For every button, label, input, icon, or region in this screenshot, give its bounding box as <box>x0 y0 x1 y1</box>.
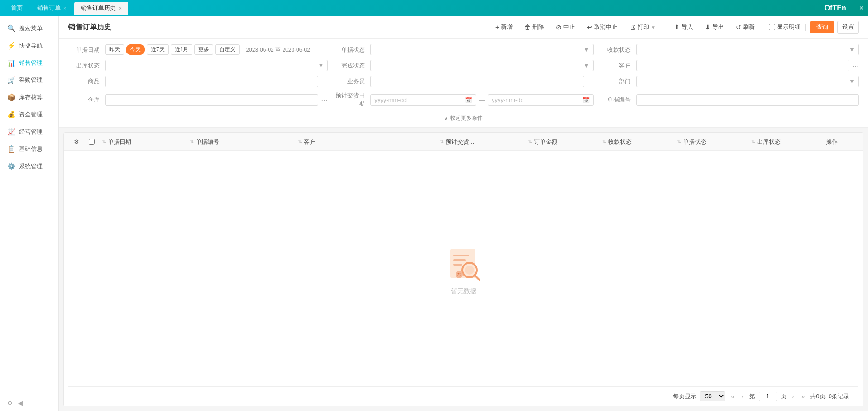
tab-home[interactable]: 首页 <box>5 2 29 15</box>
col-doc-status[interactable]: ⇅ 单据状态 <box>673 138 748 146</box>
complete-status-select[interactable]: ▼ <box>370 60 593 71</box>
refresh-button[interactable]: ↺ 刷新 <box>731 21 759 33</box>
col-receipt-status[interactable]: ⇅ 收款状态 <box>599 138 673 146</box>
col-check[interactable] <box>85 139 98 145</box>
col-outbound-status[interactable]: ⇅ 出库状态 <box>748 138 822 146</box>
export-button[interactable]: ⬇ 导出 <box>700 21 729 33</box>
sidebar-settings-icon[interactable]: ⚙ <box>7 400 13 406</box>
sidebar-item-search-menu[interactable]: 🔍 搜索菜单 <box>0 20 58 37</box>
doc-number-input[interactable] <box>636 94 859 106</box>
sidebar-item-base-info[interactable]: 📋 基础信息 <box>0 140 58 158</box>
tab-sales-order[interactable]: 销售订单 × <box>31 2 72 15</box>
settings-button[interactable]: 设置 <box>837 21 859 34</box>
outbound-status-chevron: ▼ <box>318 62 324 69</box>
outbound-status-select[interactable]: ▼ <box>105 60 328 71</box>
dept-label: 部门 <box>599 77 631 86</box>
sidebar-item-operations[interactable]: 📈 经营管理 <box>0 123 58 140</box>
page-title: 销售订单历史 <box>68 23 111 32</box>
product-input[interactable] <box>105 76 318 87</box>
next-page-button[interactable]: › <box>790 392 796 401</box>
cancel-stop-button[interactable]: ↩ 取消中止 <box>582 21 622 33</box>
date-btn-custom[interactable]: 自定义 <box>215 44 240 55</box>
quick-nav-icon: ⚡ <box>7 42 15 50</box>
col-settings[interactable]: ⚙ <box>68 138 85 145</box>
separator <box>665 24 665 31</box>
col-customer[interactable]: ⇅ 客户 <box>294 138 436 146</box>
last-page-button[interactable]: » <box>800 392 807 401</box>
finance-icon: 💰 <box>7 111 15 119</box>
display-col-checkbox[interactable] <box>769 24 775 30</box>
page-size-label: 每页显示 <box>673 392 696 401</box>
collapse-button[interactable]: ∧ 收起更多条件 <box>444 114 483 122</box>
doc-status-chevron: ▼ <box>584 46 590 53</box>
first-page-button[interactable]: « <box>729 392 736 401</box>
sidebar-collapse-icon[interactable]: ◀ <box>18 400 23 406</box>
sidebar-item-quick-nav[interactable]: ⚡ 快捷导航 <box>0 37 58 54</box>
col-action: 操作 <box>822 138 858 146</box>
dept-select[interactable]: ▼ <box>636 76 859 87</box>
sidebar-item-finance[interactable]: 💰 资金管理 <box>0 106 58 123</box>
page-size-select[interactable]: 50 10 20 100 <box>700 391 725 401</box>
calendar-to-icon[interactable]: 📅 <box>582 97 590 103</box>
customer-more-btn[interactable]: ··· <box>852 62 859 70</box>
refresh-icon: ↺ <box>736 24 741 31</box>
delete-button[interactable]: 🗑 删除 <box>520 21 549 33</box>
salesperson-label: 业务员 <box>333 77 365 86</box>
receipt-status-select[interactable]: ▼ <box>636 44 859 55</box>
date-to-input[interactable]: yyyy-mm-dd 📅 <box>488 94 594 106</box>
page-number-input[interactable] <box>759 392 777 401</box>
tab-history-close[interactable]: × <box>119 5 121 11</box>
warehouse-input[interactable] <box>105 94 318 106</box>
date-btn-today[interactable]: 今天 <box>126 44 145 55</box>
doc-status-select[interactable]: ▼ <box>370 44 593 55</box>
date-btn-1month[interactable]: 近1月 <box>171 44 193 55</box>
tab-sales-order-close[interactable]: × <box>63 5 66 11</box>
date-btn-yesterday[interactable]: 昨天 <box>105 44 124 55</box>
salesperson-more-btn[interactable]: ··· <box>587 77 594 86</box>
warehouse-label: 仓库 <box>68 96 100 104</box>
total-text: 共0页, 0条记录 <box>810 392 849 401</box>
tab-sales-order-history[interactable]: 销售订单历史 × <box>74 2 128 15</box>
top-bar-right: OfTEn — × <box>825 4 863 12</box>
stop-icon: ⊘ <box>556 24 561 31</box>
prev-page-button[interactable]: ‹ <box>740 392 746 401</box>
date-from-input[interactable]: yyyy-mm-dd 📅 <box>370 94 476 106</box>
sort-icon-amount: ⇅ <box>528 139 532 145</box>
col-delivery[interactable]: ⇅ 预计交货... <box>436 138 524 146</box>
sidebar-item-inventory[interactable]: 📦 库存核算 <box>0 89 58 106</box>
product-more-btn[interactable]: ··· <box>321 77 328 86</box>
purchase-mgmt-icon: 🛒 <box>7 76 15 84</box>
dept-control: ▼ <box>636 76 859 87</box>
date-btn-7days[interactable]: 近7天 <box>147 44 169 55</box>
col-amount[interactable]: ⇅ 订单金额 <box>524 138 599 146</box>
sidebar-item-sys-mgmt[interactable]: ⚙️ 系统管理 <box>0 158 58 175</box>
import-button[interactable]: ⬆ 导入 <box>670 21 698 33</box>
window-close[interactable]: × <box>859 4 863 12</box>
calendar-from-icon[interactable]: 📅 <box>465 97 472 103</box>
sidebar-item-purchase-mgmt[interactable]: 🛒 采购管理 <box>0 72 58 89</box>
window-minimize[interactable]: — <box>850 5 856 12</box>
warehouse-more-btn[interactable]: ··· <box>321 96 328 104</box>
svg-rect-1 <box>453 255 469 256</box>
print-button[interactable]: 🖨 打印 ▼ <box>625 21 660 33</box>
salesperson-input[interactable] <box>370 76 584 87</box>
add-button[interactable]: + 新增 <box>491 21 517 33</box>
salesperson-control: ··· <box>370 76 593 87</box>
filter-row-1: 单据日期 昨天 今天 近7天 近1月 更多 自定义 2023-06-02 至 2… <box>68 44 859 55</box>
collapse-icon: ∧ <box>444 115 448 121</box>
settings-gear-icon[interactable]: ⚙ <box>74 138 79 145</box>
inventory-icon: 📦 <box>7 93 15 102</box>
col-doc-date[interactable]: ⇅ 单据日期 <box>98 138 186 146</box>
main-layout: 🔍 搜索菜单 ⚡ 快捷导航 📊 销售管理 🛒 采购管理 📦 库存核算 💰 资金管… <box>0 16 868 411</box>
stop-button[interactable]: ⊘ 中止 <box>551 21 580 33</box>
date-btn-more[interactable]: 更多 <box>194 44 213 55</box>
customer-input[interactable] <box>636 60 849 71</box>
query-button[interactable]: 查询 <box>810 21 834 33</box>
col-doc-num[interactable]: ⇅ 单据编号 <box>186 138 294 146</box>
toolbar: + 新增 🗑 删除 ⊘ 中止 ↩ 取消中止 🖨 打印 <box>491 21 859 34</box>
sidebar-item-sales-mgmt[interactable]: 📊 销售管理 <box>0 54 58 72</box>
operations-icon: 📈 <box>7 128 15 136</box>
select-all-checkbox[interactable] <box>89 139 95 145</box>
sidebar-item-label: 基础信息 <box>19 145 43 153</box>
filter-row-4: 仓库 ··· 预计交货日期 yyyy-mm-dd 📅 — yyyy-mm-dd … <box>68 92 859 108</box>
